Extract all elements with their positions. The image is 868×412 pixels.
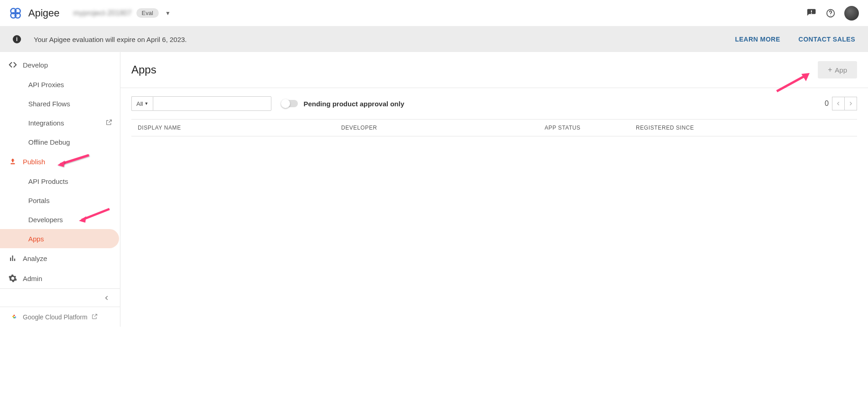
sidebar-item-portals[interactable]: Portals <box>0 191 120 210</box>
sidebar-item-developers[interactable]: Developers <box>0 210 120 229</box>
svg-rect-4 <box>811 10 812 12</box>
project-name[interactable]: myproject-201807 <box>73 9 132 17</box>
avatar[interactable] <box>844 6 859 21</box>
toggle-label: Pending product approval only <box>303 100 404 108</box>
develop-icon <box>7 60 18 69</box>
info-icon: i <box>13 35 21 43</box>
plus-icon: + <box>828 66 832 74</box>
svg-rect-9 <box>12 256 13 261</box>
filter-select[interactable]: All▼ <box>131 96 153 111</box>
banner-text: Your Apigee evaluation will expire on Ap… <box>34 36 187 43</box>
contact-sales-link[interactable]: CONTACT SALES <box>799 36 855 43</box>
toolbar: All▼ Pending product approval only 0 <box>131 96 857 111</box>
annotation-arrow-icon <box>55 153 91 170</box>
table-header: DISPLAY NAME DEVELOPER APP STATUS REGIST… <box>131 119 857 136</box>
sidebar-label: Analyze <box>23 255 47 262</box>
pager-prev-button[interactable] <box>832 97 845 110</box>
col-registered-since[interactable]: REGISTERED SINCE <box>629 125 857 131</box>
annotation-arrow-icon <box>75 207 112 225</box>
caret-down-icon: ▼ <box>144 101 148 106</box>
sidebar-section-analyze[interactable]: Analyze <box>0 248 120 268</box>
sidebar-section-admin[interactable]: Admin <box>0 268 120 288</box>
svg-point-7 <box>830 15 831 15</box>
result-count: 0 <box>825 99 829 108</box>
external-link-icon <box>91 313 98 321</box>
gcp-logo-icon <box>10 313 18 321</box>
sidebar: Develop API Proxies Shared Flows Integra… <box>0 52 120 327</box>
col-developer[interactable]: DEVELOPER <box>335 125 538 131</box>
svg-rect-8 <box>10 258 11 261</box>
pending-approval-toggle[interactable] <box>281 100 298 107</box>
col-app-status[interactable]: APP STATUS <box>538 125 629 131</box>
help-icon[interactable] <box>825 8 836 19</box>
svg-rect-10 <box>14 259 15 261</box>
eval-banner: i Your Apigee evaluation will expire on … <box>0 26 868 52</box>
svg-rect-5 <box>811 13 812 14</box>
sidebar-item-offline-debug[interactable]: Offline Debug <box>0 132 120 151</box>
analyze-icon <box>7 254 18 262</box>
sidebar-label: Admin <box>23 275 42 282</box>
feedback-icon[interactable] <box>806 8 817 19</box>
apigee-logo-icon <box>9 7 22 20</box>
sidebar-item-integrations[interactable]: Integrations <box>0 113 120 132</box>
sidebar-item-apps[interactable]: Apps <box>0 229 119 248</box>
add-app-button[interactable]: + App <box>818 61 857 78</box>
top-header: Apigee myproject-201807 Eval ▼ <box>0 0 868 26</box>
page-title: Apps <box>131 63 156 76</box>
external-link-icon <box>105 119 113 127</box>
eval-badge: Eval <box>136 8 159 18</box>
main-content: Apps + App All▼ Pending product approval… <box>120 52 868 327</box>
project-dropdown-icon[interactable]: ▼ <box>165 10 171 16</box>
pager-next-button[interactable] <box>844 97 857 110</box>
gcp-link[interactable]: Google Cloud Platform <box>0 307 120 327</box>
col-display-name[interactable]: DISPLAY NAME <box>131 125 335 131</box>
sidebar-item-shared-flows[interactable]: Shared Flows <box>0 94 120 113</box>
search-input[interactable] <box>153 96 271 111</box>
sidebar-section-develop[interactable]: Develop <box>0 55 120 75</box>
publish-icon <box>7 157 18 166</box>
sidebar-item-api-proxies[interactable]: API Proxies <box>0 75 120 94</box>
sidebar-label: Publish <box>23 158 45 166</box>
sidebar-label: Develop <box>23 61 48 69</box>
sidebar-item-api-products[interactable]: API Products <box>0 172 120 191</box>
sidebar-section-publish[interactable]: Publish <box>0 151 120 172</box>
gear-icon <box>7 274 18 283</box>
brand-name: Apigee <box>28 7 60 19</box>
sidebar-collapse-button[interactable] <box>0 288 120 307</box>
learn-more-link[interactable]: LEARN MORE <box>735 36 780 43</box>
